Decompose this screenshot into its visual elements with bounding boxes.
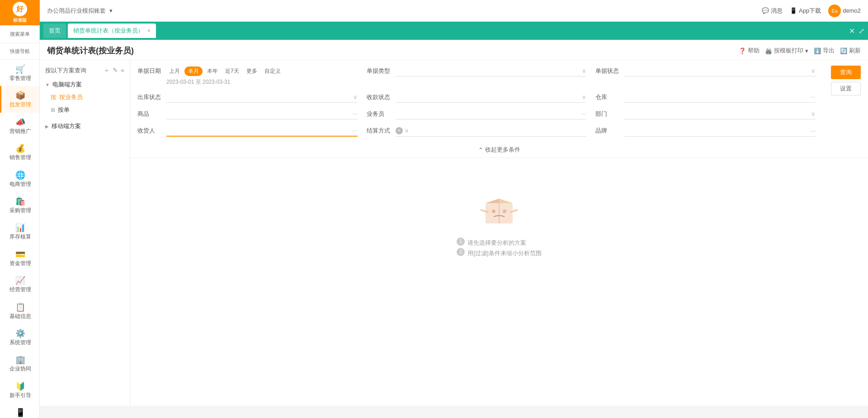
pc-scheme-item[interactable]: ▼ 电脑端方案 bbox=[40, 78, 130, 91]
filter-row-4: 收货人 ··· 结算方式 × ∨ bbox=[137, 125, 861, 137]
date-this-month-button[interactable]: 本月 bbox=[184, 66, 203, 76]
refresh-button[interactable]: 🔄 刷新 bbox=[840, 47, 861, 55]
inventory-icon: 📊 bbox=[15, 223, 25, 233]
department-chevron-icon: ∨ bbox=[811, 110, 816, 117]
goods-input[interactable]: ··· bbox=[166, 108, 358, 119]
sidebar-item-sales-label: 销售管理 bbox=[9, 154, 31, 161]
sidebar-item-basic[interactable]: 📋 基础信息 bbox=[0, 298, 39, 324]
sidebar-item-apps[interactable]: 📱 应用中心 bbox=[0, 403, 39, 418]
app-download-button[interactable]: 📱 App下载 bbox=[790, 7, 821, 15]
brand-input[interactable]: ··· bbox=[624, 125, 816, 137]
empty-state: 1 请先选择要分析的方案 2 用[过滤]条件来缩小分析范围 bbox=[130, 158, 868, 286]
sidebar-item-marketing[interactable]: 📣 营销推广 bbox=[0, 113, 39, 139]
left-panel-icons: ＋ ✎ « bbox=[104, 66, 124, 75]
tab-close-icon[interactable]: × bbox=[147, 28, 151, 34]
brand-filter-row: 品牌 ··· bbox=[595, 125, 816, 137]
home-tab-label: 首页 bbox=[49, 27, 61, 35]
sidebar-item-marketing-label: 营销推广 bbox=[9, 128, 31, 134]
out-status-select[interactable]: ∨ bbox=[166, 92, 358, 103]
sidebar-item-wholesale[interactable]: 📦 批发管理 bbox=[0, 86, 39, 112]
pc-scheme-label: 电脑端方案 bbox=[52, 81, 82, 89]
mobile-scheme-item[interactable]: ▶ 移动端方案 bbox=[40, 120, 130, 133]
payment-status-filter-row: 收款状态 ∨ bbox=[367, 91, 587, 103]
search-menu-button[interactable]: 搜索菜单 bbox=[6, 29, 33, 39]
avatar: Ea bbox=[828, 5, 841, 17]
receiver-dots-icon: ··· bbox=[352, 127, 358, 134]
help-button[interactable]: ❓ 帮助 bbox=[739, 47, 760, 55]
payment-status-select[interactable]: ∨ bbox=[396, 92, 587, 103]
tab-sales-stat[interactable]: 销货单统计表（按业务员） × bbox=[68, 24, 156, 38]
print-button[interactable]: 🖨️ 按模板打印 ▾ bbox=[765, 47, 808, 55]
sidebar-item-enterprise-label: 企业协同 bbox=[9, 366, 31, 372]
doc-status-select[interactable]: ∨ bbox=[624, 66, 816, 76]
sidebar-item-ecommerce[interactable]: 🌐 电商管理 bbox=[0, 166, 39, 192]
mobile-tree-icon: ▶ bbox=[45, 124, 49, 129]
receiver-input[interactable]: ··· bbox=[166, 125, 358, 137]
department-select[interactable]: ∨ bbox=[624, 109, 816, 119]
scheme-by-order[interactable]: ⊞ 按单 bbox=[47, 104, 130, 116]
settlement-select[interactable]: × ∨ bbox=[396, 125, 587, 137]
sidebar-item-inventory[interactable]: 📊 库存核算 bbox=[0, 218, 39, 244]
goods-filter-row: 商品 ··· bbox=[137, 108, 358, 119]
date-more-button[interactable]: 更多 bbox=[244, 66, 260, 76]
user-menu-button[interactable]: Ea demo2 bbox=[828, 5, 861, 17]
sidebar-item-purchase-label: 采购管理 bbox=[9, 207, 31, 214]
date-last-month-button[interactable]: 上月 bbox=[166, 66, 183, 76]
date-last-7-button[interactable]: 近7天 bbox=[222, 66, 242, 76]
add-scheme-button[interactable]: ＋ bbox=[104, 66, 110, 75]
page-header: 销货单统计表(按业务员) ❓ 帮助 🖨️ 按模板打印 ▾ ⬇️ 导出 bbox=[40, 40, 868, 60]
salesperson-input[interactable]: ··· bbox=[396, 108, 587, 119]
tip-1-number: 1 bbox=[457, 238, 465, 246]
warehouse-filter-row: 仓库 ··· bbox=[595, 91, 816, 103]
mobile-scheme-label: 移动端方案 bbox=[52, 122, 81, 130]
edit-scheme-button[interactable]: ✎ bbox=[113, 66, 118, 75]
marketing-icon: 📣 bbox=[15, 117, 25, 127]
scheme-query-label: 按以下方案查询 bbox=[45, 66, 86, 75]
message-label: 消息 bbox=[771, 7, 783, 15]
sidebar-item-retail[interactable]: 🛒 零售管理 bbox=[0, 60, 39, 86]
query-actions: 查询 设置 bbox=[831, 66, 861, 95]
tab-close-all-button[interactable]: ✕ bbox=[849, 27, 855, 35]
quick-nav-button[interactable]: 快捷导航 bbox=[6, 46, 33, 57]
app-download-label: App下载 bbox=[799, 7, 821, 15]
query-button[interactable]: 查询 bbox=[831, 66, 861, 79]
sidebar-item-sales[interactable]: 💰 销售管理 bbox=[0, 139, 39, 165]
workspace-dropdown[interactable]: ▾ bbox=[109, 7, 113, 14]
main-page: 销货单统计表(按业务员) ❓ 帮助 🖨️ 按模板打印 ▾ ⬇️ 导出 bbox=[40, 40, 868, 406]
sidebar-item-system[interactable]: ⚙️ 系统管理 bbox=[0, 324, 39, 350]
sidebar-item-enterprise[interactable]: 🏢 企业协同 bbox=[0, 350, 39, 376]
date-filter-row: 单据日期 上月 本月 本年 近7天 更多 自定义 bbox=[137, 66, 358, 76]
date-this-year-button[interactable]: 本年 bbox=[204, 66, 221, 76]
help-label: 帮助 bbox=[748, 47, 760, 55]
collapse-panel-button[interactable]: « bbox=[121, 66, 124, 75]
refresh-label: 刷新 bbox=[849, 47, 861, 55]
doc-type-select[interactable]: ∨ bbox=[396, 66, 587, 76]
collapse-icon: ⌃ bbox=[478, 147, 483, 153]
department-filter-row: 部门 ∨ bbox=[595, 108, 816, 119]
collapse-conditions-button[interactable]: ⌃ 收起更多条件 bbox=[137, 142, 861, 157]
app-logo[interactable]: 好 标准版 bbox=[0, 0, 40, 25]
tab-home[interactable]: 首页 bbox=[43, 24, 66, 38]
settlement-tag-close-icon[interactable]: × bbox=[396, 127, 403, 134]
sidebar-item-finance[interactable]: 💳 资金管理 bbox=[0, 245, 39, 271]
doc-status-filter-row: 单据状态 ∨ bbox=[595, 66, 816, 76]
tabbar-actions: ✕ ⤢ bbox=[849, 27, 864, 35]
collapse-label: 收起更多条件 bbox=[485, 146, 520, 154]
date-custom-button[interactable]: 自定义 bbox=[262, 66, 283, 76]
message-button[interactable]: 💬 消息 bbox=[762, 7, 783, 15]
warehouse-dots-icon: ··· bbox=[810, 93, 816, 100]
topbar: 办公用品行业模拟账套 ▾ 💬 消息 📱 App下载 Ea demo2 bbox=[40, 0, 868, 22]
export-button[interactable]: ⬇️ 导出 bbox=[814, 47, 835, 55]
tip-2-number: 2 bbox=[457, 248, 465, 256]
setting-button[interactable]: 设置 bbox=[831, 82, 861, 95]
sidebar-item-purchase[interactable]: 🛍️ 采购管理 bbox=[0, 192, 39, 218]
refresh-icon: 🔄 bbox=[840, 48, 847, 54]
sidebar-item-operations-label: 经营管理 bbox=[9, 286, 31, 293]
sidebar-item-newbie[interactable]: 🔰 新手引导 bbox=[0, 377, 39, 403]
scheme-by-salesperson[interactable]: 按 按业务员 bbox=[47, 91, 130, 104]
warehouse-input[interactable]: ··· bbox=[624, 91, 816, 103]
department-label: 部门 bbox=[595, 110, 621, 118]
tab-maximize-button[interactable]: ⤢ bbox=[859, 27, 864, 35]
username-label: demo2 bbox=[843, 7, 861, 14]
sidebar-item-operations[interactable]: 📈 经营管理 bbox=[0, 271, 39, 297]
